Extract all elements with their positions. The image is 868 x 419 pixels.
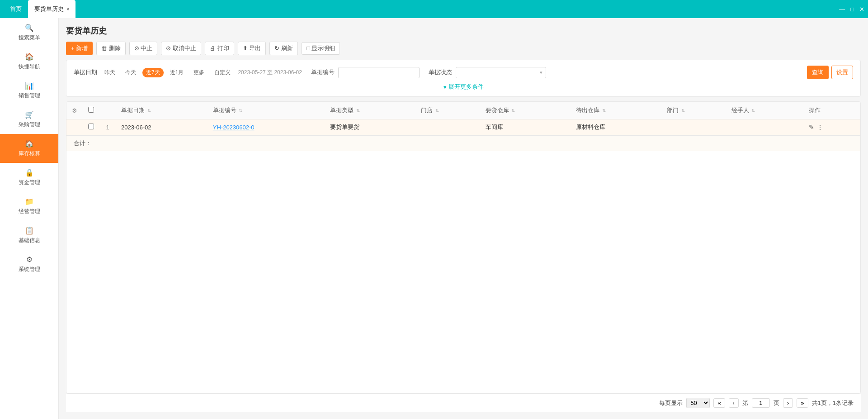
- td-pending-warehouse: 原材料仓库: [571, 119, 661, 135]
- td-store: [415, 119, 480, 135]
- filter-actions: 查询 设置: [807, 66, 853, 79]
- bill-status-filter: 单据状态: [429, 67, 546, 78]
- sort-icon-bill-type: ⇅: [356, 108, 360, 113]
- folder-icon: 📁: [25, 197, 34, 206]
- sort-icon-bill-no: ⇅: [239, 108, 242, 113]
- chart-icon: 📊: [25, 81, 34, 90]
- date-btn-yesterday[interactable]: 昨天: [101, 68, 119, 77]
- sidebar-item-base-info[interactable]: 📋 基础信息: [0, 221, 58, 250]
- data-table: ⚙ 单据日期 ⇅ 单据编号 ⇅: [66, 102, 860, 135]
- th-action: 操作: [803, 102, 860, 119]
- td-index: 1: [99, 119, 116, 135]
- row-checkbox[interactable]: [88, 124, 94, 129]
- bill-no-label: 单据编号: [311, 68, 335, 76]
- next-page-button[interactable]: ›: [783, 398, 793, 408]
- td-req-warehouse: 车间库: [480, 119, 571, 135]
- filter-panel: 单据日期 昨天 今天 近7天 近1月 更多 自定义 2023-05-27 至 2…: [66, 60, 861, 97]
- bill-date-filter: 单据日期 昨天 今天 近7天 近1月 更多 自定义 2023-05-27 至 2…: [74, 68, 302, 77]
- page-label: 第: [742, 399, 748, 407]
- tab-bill-history[interactable]: 要货单历史 ×: [28, 0, 75, 18]
- td-settings: [66, 119, 83, 135]
- th-req-warehouse[interactable]: 要货仓库 ⇅: [480, 102, 571, 119]
- sidebar-item-quicknav[interactable]: 🏠 快捷导航: [0, 47, 58, 76]
- page-input[interactable]: [752, 398, 770, 408]
- th-pending-warehouse[interactable]: 待出仓库 ⇅: [571, 102, 661, 119]
- display-detail-button[interactable]: □ 显示明细: [302, 42, 340, 55]
- th-index: [99, 102, 116, 119]
- new-button[interactable]: + 新增: [66, 42, 93, 55]
- query-button[interactable]: 查询: [807, 66, 829, 79]
- first-page-button[interactable]: «: [713, 398, 725, 408]
- page-size-select[interactable]: 50 10 20 100: [686, 398, 710, 408]
- th-department[interactable]: 部门 ⇅: [661, 102, 726, 119]
- sidebar-item-system[interactable]: ⚙ 系统管理: [0, 250, 58, 279]
- export-button[interactable]: ⬆ 导出: [238, 42, 266, 55]
- th-handler[interactable]: 经手人 ⇅: [726, 102, 804, 119]
- date-btn-7days[interactable]: 近7天: [142, 68, 164, 77]
- inventory-icon: 🏠: [25, 139, 34, 148]
- sidebar-item-inventory[interactable]: 🏠 库存核算: [0, 134, 58, 163]
- print-button[interactable]: 🖨 打印: [205, 42, 234, 55]
- sidebar-item-search[interactable]: 🔍 搜索菜单: [0, 18, 58, 47]
- td-action: ✎ ⋮: [803, 119, 860, 135]
- expand-button[interactable]: ▾ 展开更多条件: [443, 83, 484, 91]
- summary-label: 合计：: [74, 140, 91, 147]
- date-btn-1month[interactable]: 近1月: [166, 68, 188, 77]
- th-bill-date[interactable]: 单据日期 ⇅: [116, 102, 208, 119]
- delete-button[interactable]: 🗑 删除: [96, 42, 126, 55]
- bill-date-label: 单据日期: [74, 68, 97, 76]
- select-all-checkbox[interactable]: [88, 107, 94, 113]
- sidebar-item-sales[interactable]: 📊 销售管理: [0, 76, 58, 105]
- th-bill-type[interactable]: 单据类型 ⇅: [325, 102, 415, 119]
- prev-page-button[interactable]: ‹: [729, 398, 739, 408]
- action-icons: ✎ ⋮: [809, 124, 855, 131]
- td-bill-date: 2023-06-02: [116, 119, 208, 135]
- th-settings[interactable]: ⚙: [66, 102, 83, 119]
- date-btn-more[interactable]: 更多: [190, 68, 208, 77]
- settings-button[interactable]: 设置: [831, 66, 853, 79]
- stop-button[interactable]: ⊘ 中止: [129, 42, 158, 55]
- bill-no-filter: 单据编号: [311, 67, 420, 78]
- bill-status-label: 单据状态: [429, 68, 452, 76]
- th-checkbox: [83, 102, 99, 119]
- cart-icon: 🛒: [25, 110, 34, 119]
- sort-icon-department: ⇅: [681, 108, 685, 113]
- sort-icon-handler: ⇅: [751, 108, 755, 113]
- sidebar-item-purchase[interactable]: 🛒 采购管理: [0, 105, 58, 134]
- edit-icon[interactable]: ✎: [809, 124, 814, 131]
- bill-status-select[interactable]: [456, 67, 546, 78]
- date-btn-today[interactable]: 今天: [122, 68, 140, 77]
- tab-close-icon[interactable]: ×: [66, 6, 69, 12]
- gear-icon: ⚙: [26, 255, 33, 264]
- sort-icon-pending-warehouse: ⇅: [602, 108, 606, 113]
- sidebar-item-finance[interactable]: 🔒 资金管理: [0, 163, 58, 192]
- last-page-button[interactable]: »: [797, 398, 808, 408]
- th-store[interactable]: 门店 ⇅: [415, 102, 480, 119]
- minimize-btn[interactable]: —: [839, 6, 845, 13]
- th-bill-no[interactable]: 单据编号 ⇅: [208, 102, 325, 119]
- content-area: 要货单历史 + 新增 🗑 删除 ⊘ 中止 ⊘ 取消中止 🖨 打印 ⬆ 导出 ↻ …: [59, 18, 868, 419]
- lock-icon: 🔒: [25, 168, 34, 177]
- table-wrap: ⚙ 单据日期 ⇅ 单据编号 ⇅: [66, 101, 861, 394]
- sort-icon-req-warehouse: ⇅: [511, 108, 515, 113]
- refresh-button[interactable]: ↻ 刷新: [269, 42, 298, 55]
- date-btn-custom[interactable]: 自定义: [211, 68, 234, 77]
- td-checkbox: [83, 119, 99, 135]
- top-bar: 首页 要货单历史 × — □ ✕: [0, 0, 868, 18]
- more-icon[interactable]: ⋮: [817, 124, 823, 131]
- maximize-btn[interactable]: □: [850, 6, 854, 13]
- tab-home[interactable]: 首页: [4, 0, 28, 18]
- bill-status-select-wrap: [456, 67, 546, 78]
- home-icon: 🏠: [25, 52, 34, 61]
- chevron-down-icon: ▾: [443, 84, 447, 90]
- td-bill-no: YH-20230602-0: [208, 119, 325, 135]
- date-range-text: 2023-05-27 至 2023-06-02: [238, 69, 302, 76]
- bill-no-input[interactable]: [338, 67, 420, 78]
- close-btn[interactable]: ✕: [859, 6, 864, 13]
- total-label: 共1页，1条记录: [812, 399, 854, 407]
- cancel-stop-button[interactable]: ⊘ 取消中止: [161, 42, 201, 55]
- bill-no-link[interactable]: YH-20230602-0: [213, 124, 255, 131]
- sort-icon-bill-date: ⇅: [147, 108, 151, 113]
- sidebar-item-operations[interactable]: 📁 经营管理: [0, 192, 58, 221]
- table-header-row: ⚙ 单据日期 ⇅ 单据编号 ⇅: [66, 102, 860, 119]
